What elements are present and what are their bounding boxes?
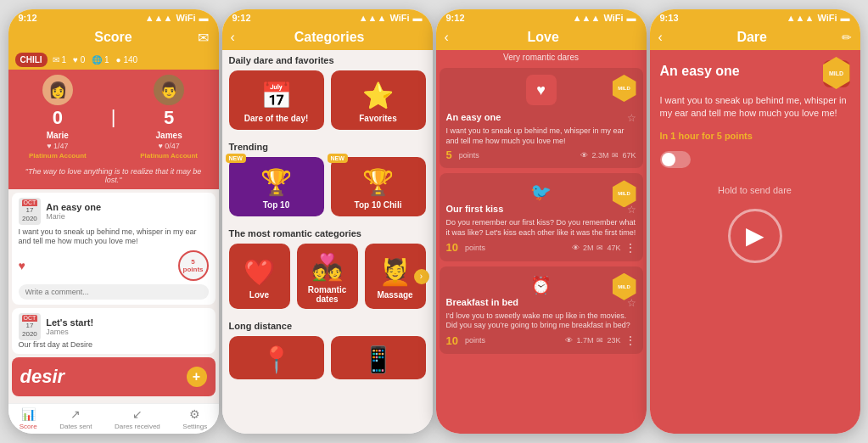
signal-icon-4: ▲▲▲ [787, 13, 815, 23]
hold-text: Hold to send dare [660, 185, 850, 195]
time-2: 9:12 [232, 13, 251, 23]
section-long-distance: Long distance 📍 📱 [222, 316, 433, 386]
star-dare-1[interactable]: ☆ [627, 112, 636, 124]
mild-shield-3: MILD [613, 273, 636, 300]
feed-title-2: Let's start! [46, 317, 93, 328]
message-icon[interactable]: ✉ [198, 30, 209, 46]
score-icons: ✉ 1 ♥ 0 🌐 1 ● 140 [53, 55, 137, 64]
badge-marie: Platinum Account [29, 152, 87, 160]
mild-badge-3: MILD [613, 273, 636, 300]
nav-dares-received[interactable]: ↙ Dares received [115, 407, 160, 430]
status-bar-4: 9:13 ▲▲▲ WiFi ▬ [650, 9, 860, 26]
dare-bottom-1: 5 points 👁 2.3M ✉ 67K [446, 149, 636, 161]
favorites-item[interactable]: ⭐ Favorites [331, 70, 426, 130]
toggle-switch[interactable] [660, 151, 691, 168]
long-dist-item-2[interactable]: 📱 [331, 336, 426, 379]
love-content: ♥ An easy one ☆ I want you to sneak up b… [436, 64, 647, 434]
love-subtitle: Very romantic dares [436, 50, 647, 64]
battery-icon-3: ▬ [627, 13, 636, 23]
score-james: 5 [164, 107, 174, 129]
bottom-nav: 📊 Score ↗ Dates sent ↙ Dares received ⚙ … [8, 403, 219, 434]
feed-text-1: I want you to sneak up behind me, whispe… [19, 227, 209, 247]
star-icon: ⭐ [362, 81, 394, 110]
dare-text-1: I want you to sneak up behind me, whispe… [446, 126, 636, 146]
battery-icon-2: ▬ [413, 13, 423, 23]
send-dare-button[interactable]: ▶ [728, 209, 782, 263]
heart-count: ♥ 0 [73, 55, 85, 64]
long-dist-item-1[interactable]: 📍 [229, 336, 324, 379]
signal-icon: ▲▲▲ [145, 13, 173, 23]
avatar-james: 👨 [154, 75, 184, 105]
mild-shield-2: MILD [613, 180, 636, 207]
phones-container: 9:12 ▲▲▲ WiFi ▬ Score ✉ CHILI ✉ 1 ♥ 0 🌐 … [0, 1, 868, 442]
love-icon: ❤️ [244, 257, 275, 287]
section-daily-title: Daily dare and favorites [229, 55, 426, 65]
top10chili-label: Top 10 Chili [355, 200, 402, 210]
romantic-icon: 💑 [311, 252, 343, 282]
status-icons-4: ▲▲▲ WiFi ▬ [787, 13, 850, 23]
mild-label-1: MILD [618, 86, 630, 91]
badge-james: Platinum Account [140, 152, 198, 160]
dots-3[interactable]: ⋮ [624, 334, 636, 347]
dare-stats-3: 👁 1.7M ✉ 23K ⋮ [565, 334, 636, 347]
month-2: OCT [22, 315, 38, 322]
nav-score[interactable]: 📊 Score [20, 407, 37, 430]
dare-points-3: 10 [446, 334, 458, 347]
chili-logo: CHILI [15, 53, 48, 67]
love-title: Love [449, 30, 638, 45]
mail-icon-1: ✉ [612, 151, 619, 160]
views-icon-3: 👁 [565, 336, 573, 345]
dare-of-day-label: Dare of the day! [244, 114, 309, 123]
top10chili-item[interactable]: NEW 🏆 Top 10 Chili [331, 157, 426, 216]
dots-2[interactable]: ⋮ [624, 241, 636, 255]
comment-input[interactable] [19, 284, 209, 300]
romantic-dates-label: Romantic dates [300, 285, 355, 304]
dare-title-header: Dare [663, 30, 842, 45]
play-icon: ▶ [746, 222, 764, 250]
love-label: Love [249, 290, 269, 300]
phone-score: 9:12 ▲▲▲ WiFi ▬ Score ✉ CHILI ✉ 1 ♥ 0 🌐 … [8, 9, 219, 434]
feed-item-2: OCT 17 2020 Let's start! James Our first… [12, 308, 216, 354]
mails-1: 67K [622, 151, 636, 160]
dare-emoji-2: 🐦 [446, 182, 636, 202]
nav-settings-label: Settings [182, 423, 207, 430]
status-icons-3: ▲▲▲ WiFi ▬ [573, 13, 636, 23]
desire-text: desir [20, 366, 65, 388]
year-2: 2020 [22, 330, 38, 339]
new-badge-1: NEW [226, 154, 246, 163]
feed-title-1: An easy one [46, 202, 101, 212]
top10-label: Top 10 [263, 200, 289, 210]
section-trending: Trending NEW 🏆 Top 10 NEW 🏆 Top 10 Chili [222, 137, 433, 223]
top10-item[interactable]: NEW 🏆 Top 10 [229, 157, 324, 216]
wifi-icon-4: WiFi [817, 13, 837, 23]
views-icon-2: 👁 [572, 244, 580, 252]
categories-content: Daily dare and favorites 📅 Dare of the d… [222, 50, 433, 434]
heart-badge-1: ♥ [526, 75, 557, 105]
more-button[interactable]: › [414, 269, 429, 284]
nav-dates-sent[interactable]: ↗ Dates sent [59, 407, 92, 430]
points-circle: 5 points [178, 250, 209, 281]
dare-of-day-item[interactable]: 📅 Dare of the day! [229, 70, 324, 130]
heart-button[interactable]: ♥ [19, 259, 25, 272]
wifi-icon-2: WiFi [389, 13, 409, 23]
romantic-dates-item[interactable]: 💑 Romantic dates [297, 244, 358, 309]
edit-icon[interactable]: ✏ [842, 31, 852, 44]
toggle-row [660, 151, 850, 168]
nav-dares-received-label: Dares received [115, 423, 160, 430]
massage-icon: 💆 [379, 257, 411, 287]
dare-header: ‹ Dare ✏ [650, 26, 860, 50]
time-1: 9:12 [19, 13, 37, 23]
nav-settings[interactable]: ⚙ Settings [182, 407, 207, 430]
avatar-marie: 👩 [42, 75, 73, 105]
dare-stats-1: 👁 2.3M ✉ 67K [580, 151, 636, 160]
add-button[interactable]: + [187, 367, 207, 387]
love-item[interactable]: ❤️ Love [229, 244, 290, 309]
dare-text-2: Do you remember our first kiss? Do you r… [446, 218, 636, 238]
time-3: 9:12 [446, 13, 465, 23]
dates-sent-icon: ↗ [70, 407, 81, 421]
dare-title-3: Breakfast in bed [446, 297, 519, 307]
mail-count: ✉ 1 [53, 55, 66, 64]
mild-badge-1: MILD [613, 75, 636, 102]
section-daily: Daily dare and favorites 📅 Dare of the d… [222, 50, 433, 137]
stats-james: ♥ 0/47 [158, 142, 179, 150]
